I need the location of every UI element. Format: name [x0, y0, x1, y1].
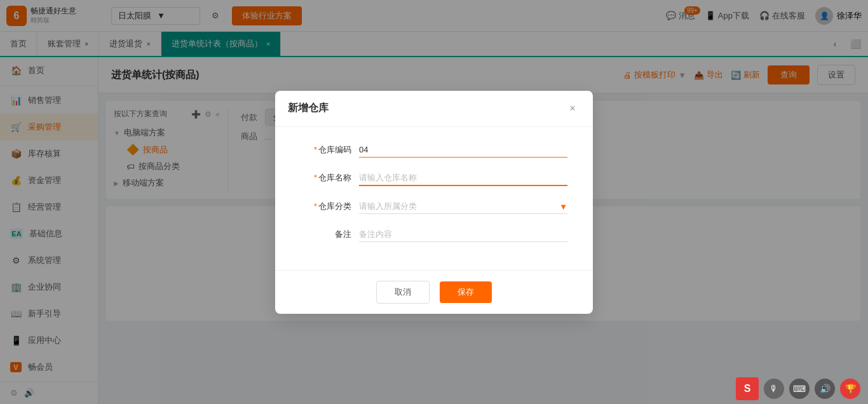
remark-label: 备注	[301, 229, 351, 240]
dialog-footer: 取消 保存	[275, 270, 593, 314]
required-star: *	[314, 145, 317, 154]
dialog-close-button[interactable]: ×	[565, 101, 580, 116]
form-row-name: *仓库名称	[301, 170, 567, 186]
warehouse-name-input[interactable]	[359, 170, 567, 186]
volume-button[interactable]: 🔊	[815, 379, 835, 399]
required-star-name: *	[314, 173, 317, 182]
modal-overlay: 新增仓库 × *仓库编码 *仓库名称 *仓库分类	[0, 0, 868, 404]
warehouse-remark-input[interactable]	[359, 227, 567, 242]
warehouse-code-input[interactable]	[359, 142, 567, 158]
new-warehouse-dialog: 新增仓库 × *仓库编码 *仓库名称 *仓库分类	[275, 91, 593, 314]
form-row-remark: 备注	[301, 227, 567, 242]
save-button[interactable]: 保存	[440, 281, 492, 303]
bottom-bar: S 🎙 ⌨ 🔊 🏆	[728, 374, 868, 404]
category-label: *仓库分类	[301, 201, 351, 212]
name-label: *仓库名称	[301, 172, 351, 184]
form-row-category: *仓库分类 请输入所属分类 ▼	[301, 199, 567, 214]
warehouse-category-select[interactable]: 请输入所属分类	[359, 199, 567, 214]
microphone-button[interactable]: 🎙	[764, 379, 784, 399]
category-select-wrap: 请输入所属分类 ▼	[359, 199, 567, 214]
s-logo-icon: S	[736, 377, 759, 400]
dialog-header: 新增仓库 ×	[275, 91, 593, 127]
required-star-cat: *	[314, 201, 317, 211]
trophy-button[interactable]: 🏆	[840, 379, 860, 399]
dialog-title: 新增仓库	[288, 102, 329, 115]
form-row-code: *仓库编码	[301, 142, 567, 158]
dialog-body: *仓库编码 *仓库名称 *仓库分类 请输入所属分类	[275, 127, 593, 270]
code-label: *仓库编码	[301, 144, 351, 156]
cancel-button[interactable]: 取消	[376, 281, 430, 304]
keyboard-button[interactable]: ⌨	[789, 379, 810, 399]
